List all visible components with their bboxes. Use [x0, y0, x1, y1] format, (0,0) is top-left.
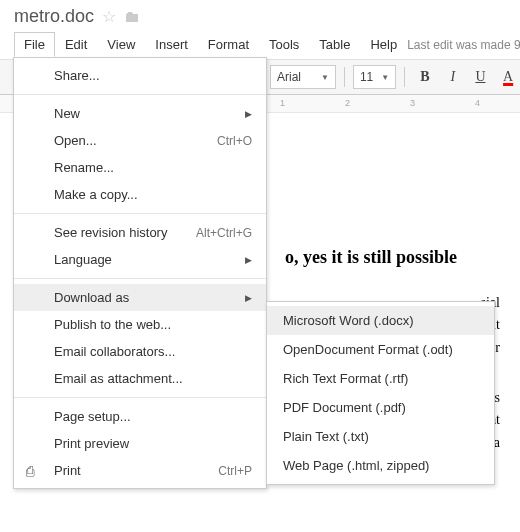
toolbar-separator	[344, 67, 345, 87]
text-color-button[interactable]: A	[496, 65, 520, 89]
download-html[interactable]: Web Page (.html, zipped)	[267, 451, 494, 480]
star-icon[interactable]: ☆	[102, 7, 116, 26]
chevron-right-icon: ▶	[245, 109, 252, 119]
menu-page-setup[interactable]: Page setup...	[14, 403, 266, 430]
menu-email-attachment[interactable]: Email as attachment...	[14, 365, 266, 392]
chevron-right-icon: ▶	[245, 255, 252, 265]
menu-format[interactable]: Format	[198, 32, 259, 57]
download-odt[interactable]: OpenDocument Format (.odt)	[267, 335, 494, 364]
menu-file[interactable]: File	[14, 32, 55, 57]
menu-email-collaborators[interactable]: Email collaborators...	[14, 338, 266, 365]
titlebar: metro.doc ☆ 🖿	[0, 0, 520, 31]
folder-icon[interactable]: 🖿	[124, 8, 140, 26]
menu-open[interactable]: Open...Ctrl+O	[14, 127, 266, 154]
bold-button[interactable]: B	[413, 65, 437, 89]
last-edit-label[interactable]: Last edit was made 9	[407, 38, 520, 52]
ruler-tick: 4	[475, 98, 480, 108]
shortcut-label: Ctrl+O	[217, 134, 252, 148]
menu-separator	[14, 213, 266, 214]
menu-insert[interactable]: Insert	[145, 32, 198, 57]
ruler-tick: 1	[280, 98, 285, 108]
file-menu-dropdown: Share... New▶ Open...Ctrl+O Rename... Ma…	[13, 57, 267, 489]
menu-download-as[interactable]: Download as▶	[14, 284, 266, 311]
chevron-right-icon: ▶	[245, 293, 252, 303]
menu-separator	[14, 94, 266, 95]
menu-separator	[14, 278, 266, 279]
menu-edit[interactable]: Edit	[55, 32, 97, 57]
menu-separator	[14, 397, 266, 398]
font-family-value: Arial	[277, 70, 301, 84]
doc-heading: o, yes it is still possible	[285, 243, 500, 272]
print-icon: ⎙	[26, 463, 34, 479]
document-title[interactable]: metro.doc	[14, 6, 94, 27]
chevron-down-icon: ▼	[381, 73, 389, 82]
menu-help[interactable]: Help	[360, 32, 407, 57]
download-pdf[interactable]: PDF Document (.pdf)	[267, 393, 494, 422]
underline-button[interactable]: U	[469, 65, 493, 89]
ruler-tick: 2	[345, 98, 350, 108]
font-family-select[interactable]: Arial ▼	[270, 65, 336, 89]
menu-tools[interactable]: Tools	[259, 32, 309, 57]
toolbar-separator	[404, 67, 405, 87]
download-docx[interactable]: Microsoft Word (.docx)	[267, 306, 494, 335]
font-size-value: 11	[360, 70, 373, 84]
menu-print[interactable]: ⎙PrintCtrl+P	[14, 457, 266, 484]
menu-new[interactable]: New▶	[14, 100, 266, 127]
download-txt[interactable]: Plain Text (.txt)	[267, 422, 494, 451]
menu-language[interactable]: Language▶	[14, 246, 266, 273]
menu-print-preview[interactable]: Print preview	[14, 430, 266, 457]
download-as-submenu: Microsoft Word (.docx) OpenDocument Form…	[266, 301, 495, 485]
menu-publish-web[interactable]: Publish to the web...	[14, 311, 266, 338]
chevron-down-icon: ▼	[321, 73, 329, 82]
menubar: File Edit View Insert Format Tools Table…	[0, 31, 520, 59]
italic-button[interactable]: I	[441, 65, 465, 89]
menu-view[interactable]: View	[97, 32, 145, 57]
menu-table[interactable]: Table	[309, 32, 360, 57]
menu-share[interactable]: Share...	[14, 62, 266, 89]
menu-make-copy[interactable]: Make a copy...	[14, 181, 266, 208]
menu-rename[interactable]: Rename...	[14, 154, 266, 181]
shortcut-label: Alt+Ctrl+G	[196, 226, 252, 240]
menu-revision-history[interactable]: See revision historyAlt+Ctrl+G	[14, 219, 266, 246]
download-rtf[interactable]: Rich Text Format (.rtf)	[267, 364, 494, 393]
shortcut-label: Ctrl+P	[218, 464, 252, 478]
ruler-tick: 3	[410, 98, 415, 108]
font-size-select[interactable]: 11 ▼	[353, 65, 396, 89]
